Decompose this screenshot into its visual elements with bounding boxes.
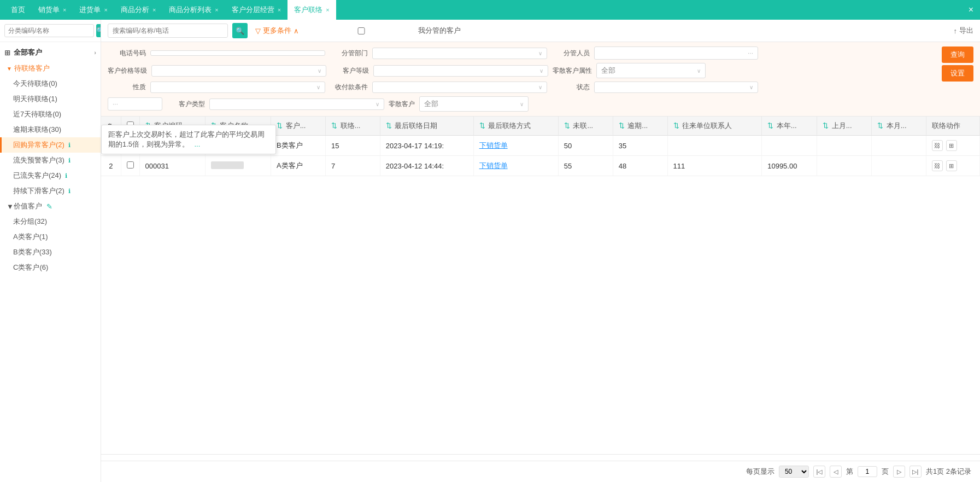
nature-dropdown-icon: ∨ xyxy=(316,84,320,90)
next-page-button[interactable]: ▷ xyxy=(893,466,905,478)
last-page-button[interactable]: ▷| xyxy=(909,466,922,478)
col-last-contact-method[interactable]: ⇅ 最后联络方式 xyxy=(473,117,558,136)
payment-terms-field[interactable]: ∨ xyxy=(372,82,547,93)
nav-customer-tier[interactable]: 客户分层经营 × xyxy=(225,0,287,20)
nav-sales[interactable]: 销货单 × xyxy=(32,0,73,20)
sidebar: 🔍 ⊞ 全部客户 › ▼ 待联络客户 今天待联络(0) 明天待联络(1) 近7天… xyxy=(0,20,101,482)
sidebar-item-repurchase-anomaly[interactable]: 回购异常客户(2) ℹ xyxy=(0,137,101,153)
action-icon-link[interactable]: ⛓ xyxy=(932,160,943,171)
zero-retail-attr-field[interactable]: 全部 ∨ xyxy=(596,63,706,78)
row-contact-count: 15 xyxy=(325,136,380,156)
page-number-input[interactable] xyxy=(858,466,877,477)
customer-type-label: 客户类型 xyxy=(167,100,205,109)
sidebar-item-tomorrow[interactable]: 明天待联络(1) xyxy=(0,91,101,107)
row-checkbox-cell[interactable] xyxy=(121,156,139,176)
status-label: 状态 xyxy=(551,83,590,92)
row-last-contact-method[interactable]: 下销货单 xyxy=(473,136,558,156)
phone-field[interactable] xyxy=(150,50,325,56)
sidebar-search-input[interactable] xyxy=(4,24,94,37)
row-last-month xyxy=(817,136,872,156)
edit-icon[interactable]: ✎ xyxy=(46,202,52,211)
sidebar-item-class-a[interactable]: A类客户(1) xyxy=(0,229,101,245)
main-layout: 🔍 ⊞ 全部客户 › ▼ 待联络客户 今天待联络(0) 明天待联络(1) 近7天… xyxy=(0,20,980,482)
col-actions: 联络动作 xyxy=(926,117,979,136)
row-checkbox[interactable] xyxy=(127,161,134,169)
contact-method-link[interactable]: 下销货单 xyxy=(479,141,508,149)
export-button[interactable]: ↑ 导出 xyxy=(954,26,974,36)
action-icon-grid[interactable]: ⊞ xyxy=(946,160,957,171)
table-hscroll[interactable] xyxy=(101,454,980,461)
customer-type-field[interactable]: ∨ xyxy=(209,98,384,110)
row-contact-count: 7 xyxy=(325,156,380,176)
nav-customer-tier-close[interactable]: × xyxy=(278,7,281,13)
nav-analysis[interactable]: 商品分析 × xyxy=(114,0,162,20)
sidebar-value-section: ▼ 价值客户 ✎ xyxy=(0,199,101,214)
filter-row-4: ··· 客户类型 ∨ 零散客户 全部 ∨ xyxy=(108,96,937,112)
col-last-contact-date[interactable]: ⇅ 最后联络日期 xyxy=(380,117,473,136)
section-arrow-icon: ▼ xyxy=(7,66,12,72)
price-grade-label: 客户价格等级 xyxy=(108,66,147,76)
row-name xyxy=(205,156,271,176)
status-field[interactable]: ∨ xyxy=(594,82,758,93)
manager-field[interactable]: ··· xyxy=(594,47,758,60)
my-customers-checkbox-label[interactable]: 我分管的客户 xyxy=(307,26,461,36)
col-contact-count[interactable]: ⇅ 联络... xyxy=(325,117,380,136)
nav-analysis-close[interactable]: × xyxy=(152,7,156,13)
dept-field[interactable]: ∨ xyxy=(372,48,547,59)
sidebar-item-churn-warning[interactable]: 流失预警客户(3) ℹ xyxy=(0,153,101,168)
col-last-month[interactable]: ⇅ 上月... xyxy=(817,117,872,136)
my-customers-checkbox[interactable] xyxy=(307,27,416,34)
first-page-button[interactable]: |◁ xyxy=(813,466,825,478)
action-icon-link[interactable]: ⛓ xyxy=(932,140,943,151)
col-overdue[interactable]: ⇅ 逾期... xyxy=(613,117,667,136)
zero-retail-field[interactable]: 全部 ∨ xyxy=(419,96,529,112)
top-nav: 首页 销货单 × 进货单 × 商品分析 × 商品分析列表 × 客户分层经营 × … xyxy=(0,0,980,20)
search-input[interactable] xyxy=(108,24,228,38)
sidebar-item-ungrouped[interactable]: 未分组(32) xyxy=(0,214,101,229)
sidebar-item-class-c[interactable]: C类客户(6) xyxy=(0,260,101,275)
extra-dots-field[interactable]: ··· xyxy=(108,97,162,111)
customer-grade-field[interactable]: ∨ xyxy=(373,65,548,77)
sidebar-item-7days[interactable]: 近7天待联络(0) xyxy=(0,107,101,122)
settings-button[interactable]: 设置 xyxy=(942,65,973,82)
nav-sales-close[interactable]: × xyxy=(63,7,66,13)
nav-analysis-list-close[interactable]: × xyxy=(215,7,218,13)
manager-dots-icon[interactable]: ··· xyxy=(748,49,753,57)
prev-page-button[interactable]: ◁ xyxy=(830,466,842,478)
nav-customer-contact[interactable]: 客户联络 × xyxy=(287,0,336,20)
nav-purchase[interactable]: 进货单 × xyxy=(73,0,114,20)
nav-analysis-list[interactable]: 商品分析列表 × xyxy=(162,0,225,20)
sidebar-item-declining[interactable]: 持续下滑客户(2) ℹ xyxy=(0,183,101,199)
col-this-month[interactable]: ⇅ 本月... xyxy=(872,117,926,136)
action-icon-grid[interactable]: ⊞ xyxy=(946,140,957,151)
col-uncontacted[interactable]: ⇅ 未联... xyxy=(558,117,613,136)
col-customer-type[interactable]: ⇅ 客户... xyxy=(271,117,326,136)
row-uncontacted: 55 xyxy=(558,156,613,176)
contact-method-link[interactable]: 下销货单 xyxy=(479,161,508,170)
nav-home[interactable]: 首页 xyxy=(4,0,32,20)
more-filters-button[interactable]: ▽ 更多条件 ∧ xyxy=(252,24,302,38)
row-this-month xyxy=(872,136,926,156)
sidebar-item-overdue[interactable]: 逾期未联络(30) xyxy=(0,122,101,137)
price-grade-field[interactable]: ∨ xyxy=(151,65,326,77)
col-contacts[interactable]: ⇅ 往来单位联系人 xyxy=(667,117,762,136)
tooltip-box: 距客户上次交易时长，超过了此客户的平均交易周期的1.5倍，则视为异常。 ... xyxy=(101,125,276,154)
col-this-year[interactable]: ⇅ 本年... xyxy=(762,117,817,136)
nav-customer-contact-close[interactable]: × xyxy=(326,7,329,13)
nav-purchase-close[interactable]: × xyxy=(104,7,107,13)
sidebar-all-customers[interactable]: ⊞ 全部客户 › xyxy=(0,44,101,61)
tooltip-close[interactable]: ... xyxy=(194,140,200,148)
filter-search-button[interactable]: 🔍 xyxy=(232,23,248,38)
sidebar-section-pending[interactable]: ▼ 待联络客户 xyxy=(0,61,101,76)
sidebar-item-today[interactable]: 今天待联络(0) xyxy=(0,76,101,91)
window-close-button[interactable]: × xyxy=(969,5,973,15)
advanced-filters: 电话号码 分管部门 ∨ 分管人员 ··· xyxy=(101,42,980,117)
nature-field[interactable]: ∨ xyxy=(150,82,325,93)
query-button[interactable]: 查询 xyxy=(942,47,973,63)
sidebar-search-button[interactable]: 🔍 xyxy=(96,24,101,37)
sidebar-item-class-b[interactable]: B类客户(33) xyxy=(0,245,101,260)
row-last-contact-method[interactable]: 下销货单 xyxy=(473,156,558,176)
sidebar-item-churned[interactable]: 已流失客户(24) ℹ xyxy=(0,168,101,183)
per-page-select[interactable]: 50 100 200 xyxy=(779,466,809,478)
filter-action-buttons: 查询 设置 xyxy=(942,47,973,82)
